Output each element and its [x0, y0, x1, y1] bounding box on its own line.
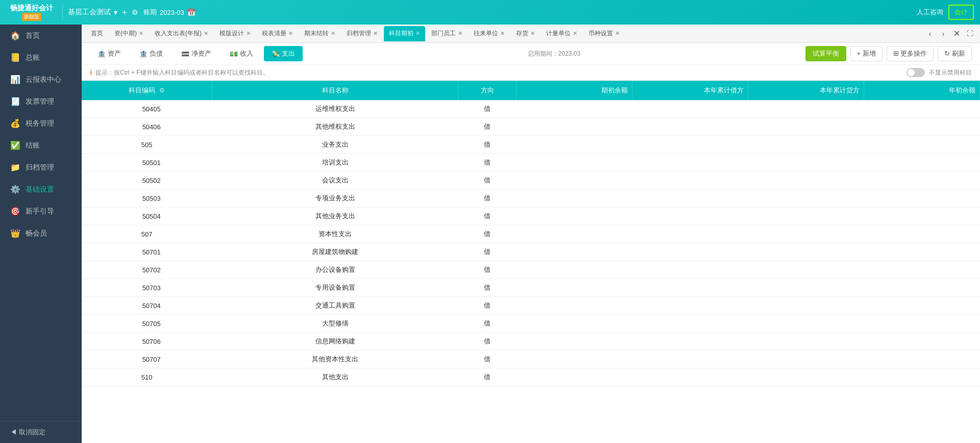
- col-settings-icon[interactable]: ⚙: [159, 87, 165, 94]
- sidebar-item-settings[interactable]: ⚙️基础设置: [0, 178, 82, 200]
- tab-scroll-left[interactable]: ‹: [924, 28, 936, 40]
- table-row[interactable]: 50705 大型修缮 借: [82, 315, 980, 333]
- cell-credit: [748, 190, 864, 207]
- table-row[interactable]: 50701 房屋建筑物购建 借: [82, 243, 980, 261]
- tab-dept_staff[interactable]: 部门员工✕: [426, 26, 468, 41]
- table-row[interactable]: 50704 交通工具购置 借: [82, 297, 980, 315]
- accounting-btn[interactable]: 会计: [948, 5, 974, 20]
- company-selector[interactable]: 基层工会测试 ▾ ＋ ⚙: [68, 7, 138, 18]
- cell-year-begin: [864, 118, 979, 136]
- sub-tab-expense[interactable]: 💸支出: [264, 46, 303, 61]
- cell-name: 资本性支出: [212, 225, 458, 243]
- settings-icon[interactable]: ⚙: [132, 8, 138, 16]
- tab-tax_clear[interactable]: 税表清册✕: [257, 26, 298, 41]
- data-table: 科目编码 ⚙ 科目名称 方向 期初余额 本年累计借方 本年累计贷方 年初余额 5…: [82, 81, 980, 386]
- table-row[interactable]: 50501 培训支出 借: [82, 154, 980, 172]
- tab-inventory[interactable]: 存货✕: [511, 26, 540, 41]
- tab-template[interactable]: 模版设计✕: [214, 26, 256, 41]
- sidebar-item-archive[interactable]: 📁归档管理: [0, 156, 82, 178]
- tab-close-subject_init[interactable]: ✕: [415, 30, 420, 37]
- cell-code: 50405: [82, 100, 212, 118]
- tab-expand[interactable]: ⛶: [964, 28, 976, 40]
- tab-currency[interactable]: 币种设置✕: [583, 26, 625, 41]
- col-credit: 本年累计贷方: [748, 81, 864, 100]
- app-logo: 畅捷通好会计 旗舰版: [6, 4, 57, 21]
- cell-year-begin: [864, 207, 979, 225]
- cell-name: 培训支出: [212, 154, 458, 172]
- cell-begin: [516, 190, 632, 207]
- tab-close-income_annual[interactable]: ✕: [204, 30, 208, 37]
- cell-year-begin: [864, 297, 979, 315]
- sub-tab-asset[interactable]: 🏦资产: [90, 46, 129, 61]
- tab-period_end[interactable]: 期末结转✕: [299, 26, 340, 41]
- table-row[interactable]: 50707 其他资本性支出 借: [82, 351, 980, 368]
- tab-close-unit[interactable]: ✕: [573, 30, 577, 37]
- tab-close-currency[interactable]: ✕: [615, 30, 620, 37]
- tab-balance_mid[interactable]: 资(中期)✕: [109, 26, 149, 41]
- calendar-icon[interactable]: 📅: [187, 9, 195, 16]
- table-row[interactable]: 505 业务支出 借: [82, 136, 980, 154]
- sidebar-item-reports[interactable]: 📊云报表中心: [0, 68, 82, 90]
- tab-close-dept_staff[interactable]: ✕: [458, 30, 462, 37]
- cell-dir: 借: [458, 172, 517, 190]
- cell-dir: 借: [458, 368, 517, 386]
- sidebar-item-settlement[interactable]: ✅结账: [0, 134, 82, 156]
- cell-name: 专用设备购置: [212, 279, 458, 297]
- tab-close-archive_mgr[interactable]: ✕: [373, 30, 378, 37]
- add-tab-icon[interactable]: ＋: [120, 7, 129, 18]
- sidebar-label-guide: 新手引导: [26, 207, 54, 216]
- table-row[interactable]: 50503 专项业务支出 借: [82, 190, 980, 207]
- tab-close-template[interactable]: ✕: [246, 30, 251, 37]
- more-btn[interactable]: ⊞ 更多操作: [887, 46, 934, 61]
- tab-archive_mgr[interactable]: 归档管理✕: [341, 26, 383, 41]
- cell-credit: [748, 154, 864, 172]
- cell-code: 50705: [82, 315, 212, 333]
- tab-unit[interactable]: 计量单位✕: [541, 26, 582, 41]
- table-row[interactable]: 510 其他支出 借: [82, 368, 980, 386]
- calc-balance-btn[interactable]: 试算平衡: [805, 46, 846, 61]
- sidebar-item-invoice[interactable]: 🧾发票管理: [0, 90, 82, 112]
- tab-subject_init[interactable]: 科目期初✕: [384, 26, 425, 41]
- cell-year-begin: [864, 225, 979, 243]
- sub-tab-icon-liability: 🏦: [139, 50, 148, 58]
- sub-tab-net_asset[interactable]: 🟰净资产: [174, 46, 219, 61]
- table-row[interactable]: 50706 信息网络购建 借: [82, 333, 980, 351]
- refresh-btn[interactable]: ↻ 刷新: [938, 46, 972, 61]
- table-row[interactable]: 50502 会议支出 借: [82, 172, 980, 190]
- cell-code: 50503: [82, 190, 212, 207]
- cell-begin: [516, 154, 632, 172]
- tab-label-archive_mgr: 归档管理: [347, 29, 371, 38]
- consulting-btn[interactable]: 人工咨询: [917, 8, 943, 17]
- table-row[interactable]: 507 资本性支出 借: [82, 225, 980, 243]
- sub-tab-liability[interactable]: 🏦负债: [132, 46, 170, 61]
- sidebar-item-tax[interactable]: 💰税务管理: [0, 112, 82, 134]
- sidebar-collapse-btn[interactable]: ◀ 取消固定: [0, 421, 82, 443]
- sidebar-item-member[interactable]: 👑畅会员: [0, 222, 82, 244]
- accounting-period: 账期 2023-03 📅: [143, 8, 195, 17]
- cell-year-begin: [864, 261, 979, 279]
- table-row[interactable]: 50405 运维维权支出 借: [82, 100, 980, 118]
- tab-counterpart[interactable]: 往来单位✕: [469, 26, 510, 41]
- tab-close-counterpart[interactable]: ✕: [500, 30, 505, 37]
- sidebar-item-guide[interactable]: 🎯新手引导: [0, 200, 82, 222]
- member-icon: 👑: [10, 228, 20, 238]
- tab-scroll-right[interactable]: ›: [937, 28, 949, 40]
- sidebar-item-home[interactable]: 🏠首页: [0, 25, 82, 46]
- tab-close-period_end[interactable]: ✕: [331, 30, 335, 37]
- table-row[interactable]: 50406 其他维权支出 借: [82, 118, 980, 136]
- add-btn[interactable]: + 新增: [850, 46, 883, 61]
- disable-toggle[interactable]: [906, 68, 925, 77]
- tab-close-inventory[interactable]: ✕: [530, 30, 535, 37]
- sidebar-item-ledger[interactable]: 📒总账: [0, 46, 82, 68]
- tab-close-all[interactable]: ✕: [950, 28, 963, 40]
- sidebar-label-invoice: 发票管理: [26, 97, 54, 106]
- sub-tab-income[interactable]: 💵收入: [222, 46, 261, 61]
- table-row[interactable]: 50504 其他业务支出 借: [82, 207, 980, 225]
- tab-home[interactable]: 首页: [86, 26, 108, 41]
- tab-close-tax_clear[interactable]: ✕: [288, 30, 293, 37]
- table-row[interactable]: 50702 办公设备购置 借: [82, 261, 980, 279]
- tab-income_annual[interactable]: 收入支出表(年报)✕: [150, 26, 213, 41]
- table-row[interactable]: 50703 专用设备购置 借: [82, 279, 980, 297]
- cell-name: 大型修缮: [212, 315, 458, 333]
- tab-close-balance_mid[interactable]: ✕: [139, 30, 143, 37]
